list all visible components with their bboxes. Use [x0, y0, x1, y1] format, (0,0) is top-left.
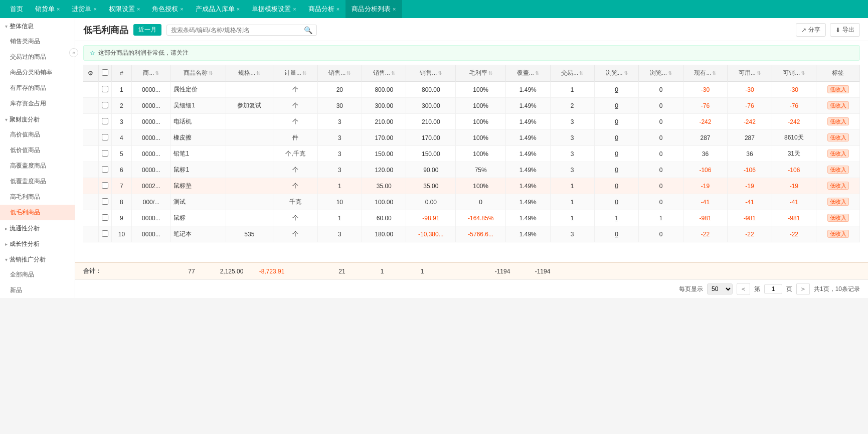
nav-item-权限设置[interactable]: 权限设置× — [103, 0, 146, 18]
th-browse2[interactable]: 浏览...⇅ — [639, 65, 683, 82]
nav-item-销货单[interactable]: 销货单× — [29, 0, 66, 18]
sidebar-collapse-button[interactable]: « — [69, 48, 78, 57]
row-checkbox-8[interactable] — [102, 214, 108, 221]
th-sale-price[interactable]: 销售...⇅ — [362, 65, 406, 82]
sidebar-section-0[interactable]: ▾整体信息 — [0, 18, 75, 34]
row-checkbox-0[interactable] — [102, 86, 108, 92]
sidebar-item-有库存的商品[interactable]: 有库存的商品 — [0, 80, 75, 96]
cell-trade[interactable]: 1 — [594, 210, 638, 226]
th-checkbox[interactable] — [98, 65, 111, 82]
close-tab-icon[interactable]: × — [293, 6, 296, 12]
sidebar-item-高毛利商品[interactable]: 高毛利商品 — [0, 189, 75, 205]
row-checkbox-9[interactable] — [102, 230, 108, 237]
cell-settings[interactable] — [83, 82, 98, 98]
row-checkbox-2[interactable] — [102, 118, 108, 124]
share-button[interactable]: ↗ 分享 — [796, 23, 826, 37]
th-unit[interactable]: 计量...⇅ — [273, 65, 317, 82]
th-profit-rate[interactable]: 毛利率⇅ — [456, 65, 506, 82]
row-checkbox-6[interactable] — [102, 182, 108, 189]
nav-item-角色授权[interactable]: 角色授权× — [146, 0, 189, 18]
cell-settings[interactable] — [83, 178, 98, 194]
cell-settings[interactable] — [83, 130, 98, 146]
th-spec[interactable]: 规格...⇅ — [226, 65, 273, 82]
close-tab-icon[interactable]: × — [393, 6, 396, 12]
nav-item-产成品入库单[interactable]: 产成品入库单× — [190, 0, 246, 18]
cell-checkbox[interactable] — [98, 130, 111, 146]
cell-trade[interactable]: 0 — [594, 114, 638, 130]
sidebar-section-3[interactable]: ▸成长性分析 — [0, 236, 75, 251]
cell-checkbox[interactable] — [98, 114, 111, 130]
cell-settings[interactable] — [83, 226, 98, 242]
th-trade[interactable]: 交易...⇅ — [550, 65, 594, 82]
close-tab-icon[interactable]: × — [336, 6, 339, 12]
export-button[interactable]: ⬇ 导出 — [830, 23, 860, 37]
cell-checkbox[interactable] — [98, 178, 111, 194]
th-sale-qty[interactable]: 销售...⇅ — [317, 65, 362, 82]
cell-checkbox[interactable] — [98, 226, 111, 242]
sidebar-item-新品[interactable]: 新品 — [0, 282, 75, 298]
sidebar-section-1[interactable]: ▾聚财度分析 — [0, 111, 75, 127]
cell-trade[interactable]: 0 — [594, 130, 638, 146]
th-name[interactable]: 商品名称⇅ — [170, 65, 226, 82]
nav-item-首页[interactable]: 首页 — [4, 0, 29, 18]
cell-trade[interactable]: 0 — [594, 194, 638, 210]
select-all-checkbox[interactable] — [102, 69, 108, 76]
sidebar-section-2[interactable]: ▸流通性分析 — [0, 220, 75, 236]
cell-checkbox[interactable] — [98, 82, 111, 98]
nav-item-单据模板设置[interactable]: 单据模板设置× — [246, 0, 302, 18]
row-checkbox-1[interactable] — [102, 102, 108, 108]
sidebar-item-商品分类助销率[interactable]: 商品分类助销率 — [0, 65, 75, 80]
row-checkbox-3[interactable] — [102, 134, 108, 140]
cell-trade[interactable]: 0 — [594, 146, 638, 162]
cell-settings[interactable] — [83, 146, 98, 162]
next-page-button[interactable]: ＞ — [796, 283, 810, 295]
cell-trade[interactable]: 0 — [594, 98, 638, 114]
sidebar-item-低覆盖度商品[interactable]: 低覆盖度商品 — [0, 174, 75, 189]
cell-settings[interactable] — [83, 114, 98, 130]
row-checkbox-7[interactable] — [102, 198, 108, 205]
cell-checkbox[interactable] — [98, 98, 111, 114]
th-saleable[interactable]: 可销...⇅ — [772, 65, 816, 82]
th-code[interactable]: 商...⇅ — [132, 65, 170, 82]
cell-settings[interactable] — [83, 194, 98, 210]
page-number-input[interactable] — [764, 284, 782, 294]
nav-item-商品分析[interactable]: 商品分析× — [302, 0, 345, 18]
close-tab-icon[interactable]: × — [57, 6, 60, 12]
nav-item-商品分析列表[interactable]: 商品分析列表× — [345, 0, 402, 18]
sidebar-item-低毛利商品[interactable]: 低毛利商品 — [0, 205, 75, 220]
page-size-select[interactable]: 50 100 200 — [707, 283, 733, 295]
th-sale-profit[interactable]: 销售...⇅ — [406, 65, 456, 82]
sidebar-item-低价值商品[interactable]: 低价值商品 — [0, 142, 75, 158]
cell-trade[interactable]: 0 — [594, 82, 638, 98]
close-tab-icon[interactable]: × — [93, 6, 96, 12]
close-tab-icon[interactable]: × — [180, 6, 183, 12]
sidebar-section-4[interactable]: ▾营销推广分析 — [0, 251, 75, 267]
th-browse1[interactable]: 浏览...⇅ — [594, 65, 638, 82]
th-available[interactable]: 可用...⇅ — [728, 65, 772, 82]
sidebar-item-全部商品[interactable]: 全部商品 — [0, 267, 75, 282]
prev-page-button[interactable]: ＜ — [737, 283, 750, 295]
th-settings[interactable]: ⚙ — [83, 65, 98, 82]
sidebar-item-高价值商品[interactable]: 高价值商品 — [0, 127, 75, 142]
sidebar-item-高覆盖度商品[interactable]: 高覆盖度商品 — [0, 158, 75, 174]
cell-checkbox[interactable] — [98, 162, 111, 178]
sidebar-item-库存资金占用[interactable]: 库存资金占用 — [0, 96, 75, 111]
th-tag[interactable]: 标签 — [816, 65, 860, 82]
cell-trade[interactable]: 0 — [594, 178, 638, 194]
time-filter-button[interactable]: 近一月 — [133, 24, 161, 36]
search-input[interactable] — [171, 27, 304, 34]
row-checkbox-4[interactable] — [102, 150, 108, 157]
sidebar-item-交易过的商品[interactable]: 交易过的商品 — [0, 49, 75, 65]
cell-settings[interactable] — [83, 162, 98, 178]
close-tab-icon[interactable]: × — [137, 6, 140, 12]
cell-settings[interactable] — [83, 210, 98, 226]
row-checkbox-5[interactable] — [102, 166, 108, 173]
nav-item-进货单[interactable]: 进货单× — [66, 0, 102, 18]
cell-trade[interactable]: 0 — [594, 162, 638, 178]
close-tab-icon[interactable]: × — [237, 6, 240, 12]
cell-trade[interactable]: 0 — [594, 226, 638, 242]
cell-checkbox[interactable] — [98, 194, 111, 210]
sidebar-item-销售类商品[interactable]: 销售类商品 — [0, 34, 75, 49]
th-stock[interactable]: 现有...⇅ — [683, 65, 727, 82]
cell-settings[interactable] — [83, 98, 98, 114]
